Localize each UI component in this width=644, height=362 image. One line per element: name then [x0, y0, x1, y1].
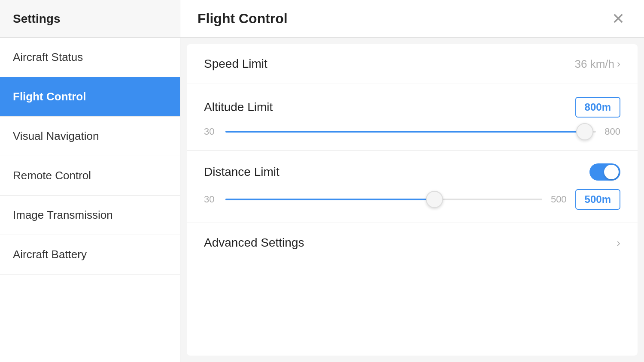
distance-limit-value-box[interactable]: 500m — [575, 189, 620, 210]
sidebar-item-aircraft-battery[interactable]: Aircraft Battery — [0, 235, 180, 275]
distance-slider-min: 30 — [204, 194, 217, 205]
sidebar: Settings Aircraft Status Flight Control … — [0, 0, 180, 362]
altitude-limit-label: Altitude Limit — [204, 100, 273, 114]
advanced-settings-label: Advanced Settings — [204, 236, 304, 250]
close-button[interactable]: ✕ — [610, 9, 627, 29]
speed-limit-chevron-icon: › — [617, 58, 620, 70]
distance-limit-toggle[interactable] — [589, 163, 620, 181]
altitude-slider-thumb[interactable] — [576, 123, 593, 140]
sidebar-title: Settings — [13, 12, 60, 26]
toggle-knob — [604, 165, 619, 179]
sidebar-item-aircraft-status[interactable]: Aircraft Status — [0, 38, 180, 77]
advanced-settings-row[interactable]: Advanced Settings › — [187, 223, 638, 262]
sidebar-item-flight-control[interactable]: Flight Control — [0, 77, 180, 117]
main-header: Flight Control ✕ — [180, 0, 644, 38]
altitude-slider-track[interactable] — [225, 131, 596, 133]
altitude-slider-fill — [225, 131, 585, 133]
altitude-slider-min: 30 — [204, 126, 217, 137]
distance-slider-fill — [225, 199, 434, 200]
distance-limit-row: Distance Limit 30 500 500m — [187, 151, 638, 223]
altitude-limit-row: Altitude Limit 800m 30 800 — [187, 84, 638, 151]
speed-limit-value[interactable]: 36 km/h › — [575, 57, 621, 71]
main-content: Flight Control ✕ Speed Limit 36 km/h › A… — [180, 0, 644, 362]
altitude-slider-max: 800 — [605, 126, 620, 137]
sidebar-item-remote-control[interactable]: Remote Control — [0, 156, 180, 196]
altitude-limit-value-box[interactable]: 800m — [575, 97, 620, 118]
speed-limit-label: Speed Limit — [204, 57, 267, 71]
advanced-settings-chevron-icon: › — [617, 236, 620, 250]
distance-slider-max-label: 500 — [551, 194, 567, 205]
page-title: Flight Control — [197, 11, 288, 27]
content-area: Speed Limit 36 km/h › Altitude Limit 800… — [187, 44, 638, 356]
sidebar-item-visual-navigation[interactable]: Visual Navigation — [0, 117, 180, 156]
distance-slider-container: 30 500 500m — [204, 189, 620, 210]
sidebar-header: Settings — [0, 0, 180, 38]
altitude-slider-container: 30 800 — [204, 126, 620, 137]
distance-slider-thumb[interactable] — [426, 191, 443, 208]
distance-limit-label: Distance Limit — [204, 165, 279, 179]
speed-limit-row: Speed Limit 36 km/h › — [187, 44, 638, 84]
distance-slider-track[interactable] — [225, 199, 542, 200]
sidebar-item-image-transmission[interactable]: Image Transmission — [0, 196, 180, 235]
